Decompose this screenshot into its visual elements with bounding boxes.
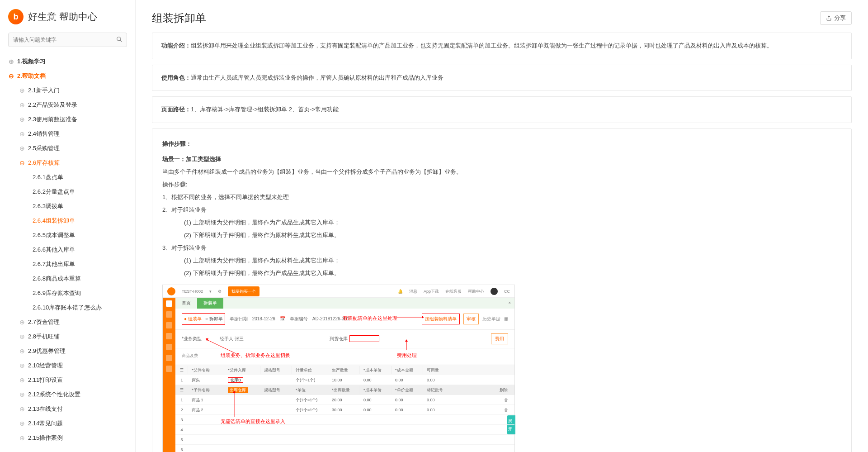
plus-icon: ⊕ [19, 102, 25, 108]
search-icon[interactable] [116, 36, 123, 44]
plus-icon: ⊕ [19, 435, 25, 441]
mock-tab-doc: 拆装单 [197, 298, 223, 309]
nav-2-6-3[interactable]: 2.6.3调拨单 [8, 199, 127, 214]
plus-icon: ⊕ [19, 362, 25, 369]
nav-2-5[interactable]: ⊕2.5采购管理 [8, 141, 127, 156]
mock-toolbar: ● 组装单 ○ 拆卸单 单据日期 2018-12-26 📅 单据编号 AD-20… [175, 309, 514, 330]
close-icon: × [505, 299, 514, 308]
avatar-icon [491, 288, 498, 295]
plus-icon: ⊕ [19, 420, 25, 427]
anno-direct: 无需选清单的直接在这里录入 [221, 416, 285, 426]
mock-row2: *业务类型 经手人 张三 到货仓库 费用 [175, 330, 514, 348]
scene-header: 场景一：加工类型选择 [162, 153, 841, 165]
nav-2-14[interactable]: ⊕2.14常见问题 [8, 416, 127, 431]
anno-fee: 费用处理 [397, 350, 417, 360]
intro-label: 功能介绍： [161, 42, 191, 49]
nav-icon [166, 333, 172, 339]
nav-2-3[interactable]: ⊕2.3使用前数据准备 [8, 112, 127, 127]
search-wrap [8, 33, 127, 47]
brand-row: b 好生意 帮助中心 [8, 9, 127, 24]
main-content: 组装拆卸单 分享 功能介绍：组装拆卸单用来处理企业组装或拆卸等加工业务，支持有固… [136, 0, 868, 452]
mock-online: 在线客服 [445, 287, 462, 295]
mock-parent-table: 展开 ☰ *父件名称 *父件入库 规格型号 计量单位 生产数量 *成本单价 *成… [175, 365, 514, 452]
nav-2-7[interactable]: ⊕2.7资金管理 [8, 315, 127, 329]
page-title: 组装拆卸单 [152, 11, 206, 25]
role-text: 通常由生产人员或库管人员完成拆装业务的操作，库管人员确认原材料的出库和产成品的入… [191, 74, 443, 81]
calendar-icon: 📅 [280, 314, 285, 324]
bell-icon: 🔔 [398, 287, 403, 295]
nav-2-1[interactable]: ⊕2.1新手入门 [8, 83, 127, 98]
mock-tabs: 首页 拆装单 × [175, 298, 514, 309]
path-text: 1、库存核算->库存管理->组装拆卸单 2、首页->常用功能 [191, 106, 339, 113]
mock-logo-icon [167, 287, 175, 295]
nav-2-2[interactable]: ⊕2.2产品安装及登录 [8, 98, 127, 112]
step2-1: (1) 上部明细为父件明细，最终作为产成品生成其它入库单； [162, 217, 841, 228]
mock-topbar: TEST-H002 ▾ ⚙ 我要购买一个 🔔 消息 App下载 在线客服 帮助中… [163, 285, 514, 298]
plus-icon: ⊕ [19, 406, 25, 412]
nav-2-11[interactable]: ⊕2.11打印设置 [8, 373, 127, 387]
step2-2: (2) 下部明细为子件明细，最终作为原材料生成其它出库单。 [162, 229, 841, 241]
nav-icon [166, 322, 172, 328]
intro-panel: 功能介绍：组装拆卸单用来处理企业组装或拆卸等加工业务，支持有固定装配清单的产品加… [152, 33, 852, 59]
step1: 1、根据不同的业务，选择不同单据的类型来处理 [162, 191, 841, 203]
plus-icon: ⊕ [19, 116, 25, 123]
nav-icon [166, 311, 172, 318]
svg-point-0 [117, 37, 121, 41]
nav-2-9[interactable]: ⊕2.9优惠券管理 [8, 344, 127, 358]
more-icon: ▦ [504, 314, 508, 324]
anno-bom: 有装配清单的在这里处理 [343, 313, 397, 323]
nav-video[interactable]: ⊕1.视频学习 [8, 54, 127, 69]
minus-icon: ⊖ [8, 73, 14, 79]
nav-2-12[interactable]: ⊕2.12系统个性化设置 [8, 387, 127, 402]
mock-tab-home: 首页 [175, 298, 197, 309]
mock-history: 历史单据 [482, 314, 500, 324]
nav-2-6-1[interactable]: 2.6.1盘点单 [8, 170, 127, 185]
nav-tree: ⊕1.视频学习 ⊖2.帮助文档 ⊕2.1新手入门 ⊕2.2产品安装及登录 ⊕2.… [8, 54, 127, 445]
mock-tenant: TEST-H002 [182, 287, 203, 295]
mock-try-button: 我要购买一个 [228, 286, 259, 296]
nav-2-6-6[interactable]: 2.6.6其他入库单 [8, 243, 127, 257]
nav-2-6-10[interactable]: 2.6.10库存账本错了怎么办 [8, 300, 127, 315]
steps-header: 操作步骤： [162, 138, 841, 150]
nav-2-6-9[interactable]: 2.6.9库存账本查询 [8, 286, 127, 300]
share-button[interactable]: 分享 [820, 11, 852, 25]
path-panel: 页面路径：1、库存核算->库存管理->组装拆卸单 2、首页->常用功能 [152, 96, 852, 123]
nav-2-4[interactable]: ⊕2.4销售管理 [8, 127, 127, 141]
nav-2-6-8[interactable]: 2.6.8商品成本重算 [8, 271, 127, 286]
nav-2-6-7[interactable]: 2.6.7其他出库单 [8, 257, 127, 271]
mock-bom-button: 按组装物料清单 [422, 314, 460, 324]
plus-icon: ⊕ [19, 348, 25, 354]
step3-1: (1) 上部明细为父件明细，最终作为原材料生成其它出库单； [162, 255, 841, 266]
role-panel: 使用角色：通常由生产人员或库管人员完成拆装业务的操作，库管人员确认原材料的出库和… [152, 65, 852, 91]
nav-2-15[interactable]: ⊕2.15操作案例 [8, 431, 127, 445]
plus-icon: ⊕ [19, 131, 25, 137]
step2: 2、对于组装业务 [162, 204, 841, 216]
nav-2-8[interactable]: ⊕2.8手机旺铺 [8, 329, 127, 344]
svg-line-1 [120, 40, 122, 42]
steps-block: 操作步骤： 场景一：加工类型选择 当由多个子件材料组装成一个成品的业务为【组装】… [152, 128, 852, 452]
nav-2-10[interactable]: ⊕2.10经营管理 [8, 358, 127, 373]
mock-appdl: App下载 [424, 287, 439, 295]
plus-icon: ⊕ [19, 377, 25, 383]
mock-sidebar [163, 298, 175, 452]
plus-icon: ⊕ [19, 319, 25, 325]
mock-help: 帮助中心 [468, 287, 484, 295]
plus-icon: ⊕ [19, 87, 25, 94]
embedded-screenshot: TEST-H002 ▾ ⚙ 我要购买一个 🔔 消息 App下载 在线客服 帮助中… [162, 285, 515, 452]
nav-2-6-2[interactable]: 2.6.2分量盘点单 [8, 185, 127, 199]
search-input[interactable] [8, 33, 127, 47]
plus-icon: ⊕ [8, 58, 14, 65]
path-label: 页面路径： [161, 106, 191, 113]
home-icon [166, 300, 172, 307]
step3: 3、对于拆装业务 [162, 242, 841, 254]
brand-text: 好生意 帮助中心 [28, 10, 97, 23]
nav-2-13[interactable]: ⊕2.13在线支付 [8, 402, 127, 416]
mock-msg: 消息 [409, 287, 417, 295]
nav-icon [166, 344, 172, 350]
nav-docs[interactable]: ⊖2.帮助文档 [8, 69, 127, 83]
nav-2-6-5[interactable]: 2.6.5成本调整单 [8, 228, 127, 243]
anno-switch: 组装业务、拆卸业务在这里切换 [221, 350, 290, 360]
nav-2-6-4[interactable]: 2.6.4组装拆卸单 [8, 214, 127, 228]
nav-2-6[interactable]: ⊖2.6库存核算 [8, 156, 127, 170]
mock-audit-button: 审核 [463, 314, 479, 324]
